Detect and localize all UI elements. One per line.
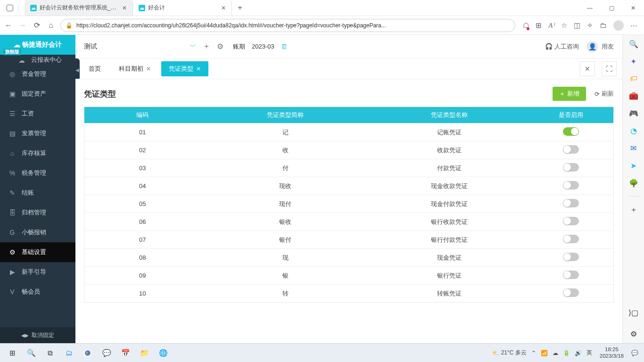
table-row[interactable]: 07银付银行付款凭证: [84, 231, 614, 249]
notify-icon[interactable]: ☖: [523, 21, 529, 30]
address-bar[interactable]: 🔒 https://cloud2.chanjet.com/accounting/…: [60, 19, 515, 32]
rail-add-icon[interactable]: ＋: [630, 205, 637, 215]
rail-settings-icon[interactable]: ⚙: [630, 329, 637, 338]
back-icon[interactable]: ←: [4, 21, 13, 30]
add-icon[interactable]: ＋: [203, 41, 210, 51]
rail-send-icon[interactable]: ➤: [630, 161, 636, 170]
read-aloud-icon[interactable]: A⁾: [548, 21, 554, 30]
page-tab[interactable]: 科目期初✕: [111, 61, 158, 76]
rail-collapse-icon[interactable]: ⟩▢: [628, 308, 638, 317]
table-row[interactable]: 04现收现金收款凭证: [84, 177, 614, 195]
browser-tab[interactable]: ☁好会计✕: [133, 0, 232, 16]
refresh-button[interactable]: ⟳ 刷新: [594, 90, 614, 98]
user-chip[interactable]: 👤 用友: [586, 41, 614, 52]
wechat-icon[interactable]: 💬: [97, 344, 116, 362]
enable-toggle[interactable]: [563, 271, 579, 279]
close-icon[interactable]: ✕: [146, 66, 151, 72]
close-icon[interactable]: ✕: [221, 5, 226, 11]
close-icon[interactable]: ✕: [196, 66, 201, 72]
settings-menu-icon[interactable]: ⋯: [630, 21, 637, 30]
table-row[interactable]: 01记记账凭证: [84, 123, 614, 141]
table-row[interactable]: 10转转账凭证: [84, 285, 614, 303]
table-row[interactable]: 06银收银行收款凭证: [84, 213, 614, 231]
wifi-icon[interactable]: 📶: [541, 350, 548, 356]
profile-icon[interactable]: [613, 20, 624, 31]
calendar-task-icon[interactable]: 📅: [116, 344, 135, 362]
sidebar-item[interactable]: ▤发票管理: [0, 123, 75, 143]
extensions-icon[interactable]: ⊞: [536, 21, 542, 30]
start-icon[interactable]: ⊞: [3, 344, 22, 362]
enable-toggle[interactable]: [563, 163, 579, 172]
edge-task-icon[interactable]: 🌐: [154, 344, 173, 362]
home-icon[interactable]: ⌂: [46, 21, 56, 30]
sidebar-item[interactable]: ⌂库存核算: [0, 143, 75, 163]
rail-outlook-icon[interactable]: ✉: [630, 144, 636, 153]
rail-shopping-icon[interactable]: 🏷: [630, 74, 637, 83]
enable-toggle[interactable]: [563, 235, 579, 243]
sidebar-item[interactable]: G小畅报销: [0, 222, 75, 242]
rail-games-icon[interactable]: 🎮: [629, 109, 638, 118]
enable-toggle[interactable]: [563, 253, 579, 261]
favorites-bar-icon[interactable]: ✧: [587, 21, 593, 30]
sidebar-item[interactable]: ▶新手引导: [0, 262, 75, 282]
table-row[interactable]: 03付付款凭证: [84, 159, 614, 177]
sidebar-item[interactable]: ◎资金管理: [0, 64, 75, 84]
workspace-icon[interactable]: [7, 5, 13, 11]
forward-icon[interactable]: →: [18, 21, 27, 30]
new-tab-button[interactable]: ＋: [232, 0, 248, 16]
favorite-icon[interactable]: ☆: [561, 21, 567, 30]
window-minimize[interactable]: —: [579, 0, 601, 16]
taskview-icon[interactable]: ⧉: [41, 344, 59, 362]
cloud-sync-icon[interactable]: ☁: [553, 350, 558, 356]
sidebar-item[interactable]: ⚙基础设置: [0, 242, 75, 262]
page-tab[interactable]: 凭证类型✕: [161, 61, 208, 76]
page-tab[interactable]: 首页: [81, 61, 108, 76]
close-all-tabs[interactable]: ✕: [580, 61, 595, 76]
tray-chevron[interactable]: ⌃: [531, 350, 536, 356]
sidebar-item[interactable]: ☰工资: [0, 104, 75, 123]
sidebar-item[interactable]: ✎结账: [0, 183, 75, 203]
table-row[interactable]: 05现付现金付款凭证: [84, 195, 614, 213]
sidebar-item[interactable]: 🗄归档管理: [0, 203, 75, 222]
company-selector[interactable]: 测试 ﹀: [84, 42, 196, 51]
support-link[interactable]: 🎧 人工咨询: [545, 42, 579, 51]
rail-tools-icon[interactable]: 🧰: [629, 91, 638, 100]
enable-toggle[interactable]: [563, 145, 579, 154]
rail-edge-icon[interactable]: ◔: [630, 126, 637, 135]
explorer-icon[interactable]: 🗂: [59, 344, 78, 362]
weather-widget[interactable]: ⛅ 21°C 多云: [492, 349, 527, 357]
enable-toggle[interactable]: [563, 127, 579, 136]
files-icon[interactable]: 📁: [135, 344, 154, 362]
enable-toggle[interactable]: [563, 199, 579, 207]
collections-icon[interactable]: 🗀: [600, 21, 607, 29]
sidebar-item[interactable]: V畅会员: [0, 282, 75, 302]
notifications-icon[interactable]: 💬: [631, 350, 638, 356]
clock[interactable]: 18:25 2023/3/18: [597, 346, 627, 359]
window-close[interactable]: ✕: [622, 0, 644, 16]
ime-indicator[interactable]: 英: [586, 349, 592, 357]
new-button[interactable]: ＋ 新增: [553, 87, 586, 101]
volume-icon[interactable]: 🔊: [575, 350, 582, 356]
table-row[interactable]: 08现现金凭证: [84, 249, 614, 267]
refresh-icon[interactable]: ⟳: [32, 21, 41, 30]
sidebar-item[interactable]: %税务管理: [0, 163, 75, 183]
rail-copilot-icon[interactable]: ✦: [630, 57, 636, 66]
split-view-icon[interactable]: ◫: [574, 21, 580, 30]
calendar-icon[interactable]: 🗓: [281, 43, 288, 50]
table-row[interactable]: 09银银行凭证: [84, 267, 614, 285]
battery-icon[interactable]: 🔋: [563, 350, 570, 356]
sidebar-footer[interactable]: ◀▶ 取消固定: [0, 327, 75, 343]
taskbar-search-icon[interactable]: 🔍: [22, 344, 41, 362]
chrome-icon[interactable]: [78, 344, 97, 362]
enable-toggle[interactable]: [563, 217, 579, 225]
enable-toggle[interactable]: [563, 181, 579, 189]
window-maximize[interactable]: ▢: [601, 0, 622, 16]
rail-search-icon[interactable]: 🔍: [629, 40, 638, 49]
rail-tree-icon[interactable]: 🌳: [629, 179, 638, 188]
sidebar-item[interactable]: ▣固定资产: [0, 84, 75, 104]
browser-tab[interactable]: ☁好会计云财务软件管理系统_会计...✕: [25, 0, 133, 16]
sidebar-item-partial[interactable]: ☁ 云报表中心: [0, 55, 75, 64]
close-icon[interactable]: ✕: [122, 5, 127, 11]
gear-icon[interactable]: ⚙: [217, 42, 223, 51]
enable-toggle[interactable]: [563, 288, 579, 297]
